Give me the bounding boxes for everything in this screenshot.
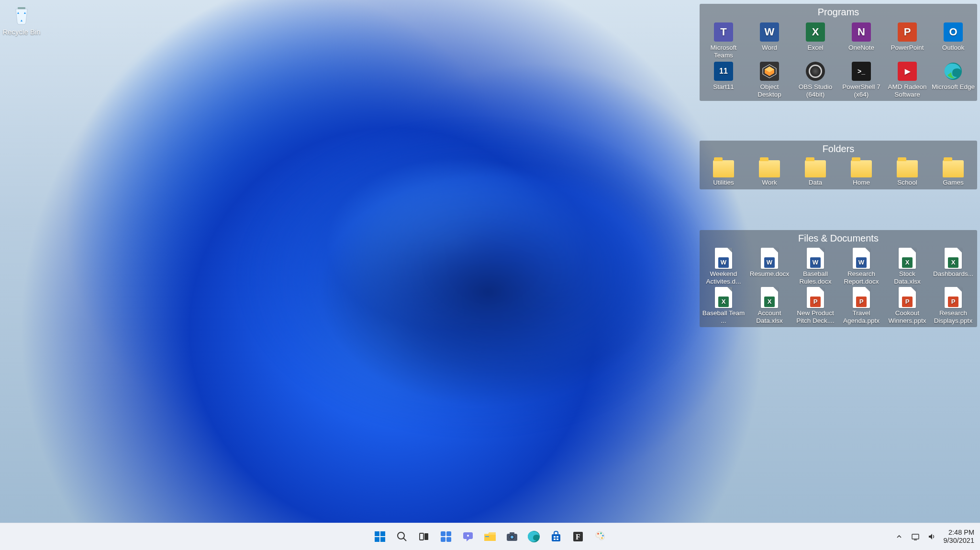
file-label: Cookout Winners.pptx (884, 309, 930, 324)
folder-utilities[interactable]: Utilities (701, 158, 746, 187)
taskbar-fences-button[interactable]: F (569, 528, 587, 545)
file-label: Research Displays.pptx (930, 309, 976, 324)
folder-home[interactable]: Home (838, 158, 884, 187)
file-item[interactable]: WWeekend Activites.d... (701, 248, 746, 285)
taskbar-chat-button[interactable] (459, 528, 477, 545)
svg-rect-31 (557, 539, 558, 540)
word-file-icon: W (807, 248, 824, 269)
onenote-icon: N (851, 22, 872, 43)
fence-files[interactable]: Files & Documents WWeekend Activites.d..… (700, 230, 977, 327)
taskbar: F 2:48 PM 9/30/2021 (0, 523, 980, 550)
volume-icon[interactable] (927, 532, 936, 541)
svg-point-35 (600, 532, 602, 534)
svg-rect-30 (554, 539, 556, 540)
recycle-bin-label: Recycle Bin (0, 28, 43, 36)
program-label: Microsoft Edge (930, 83, 976, 91)
program-obs[interactable]: OBS Studio (64bit) (792, 61, 838, 98)
svg-rect-13 (424, 533, 428, 540)
program-start11[interactable]: 11Start11 (701, 61, 746, 98)
program-powershell[interactable]: >_PowerShell 7 (x64) (838, 61, 884, 98)
program-excel[interactable]: XExcel (792, 22, 838, 59)
file-item[interactable]: XDashboards... (930, 248, 976, 285)
folder-icon (759, 160, 780, 177)
file-item[interactable]: WResume.docx (746, 248, 792, 285)
program-outlook[interactable]: OOutlook (930, 22, 976, 59)
program-onenote[interactable]: NOneNote (838, 22, 884, 59)
folder-icon (897, 160, 918, 177)
ppt-file-icon: P (945, 287, 962, 308)
file-item[interactable]: WBaseball Rules.docx (792, 248, 838, 285)
folder-school[interactable]: School (884, 158, 930, 187)
fence-files-title: Files & Documents (700, 230, 977, 248)
taskbar-search-button[interactable] (393, 528, 411, 545)
program-edge[interactable]: Microsoft Edge (930, 61, 976, 98)
file-item[interactable]: PCookout Winners.pptx (884, 287, 930, 324)
file-item[interactable]: PTravel Agenda.pptx (838, 287, 884, 324)
file-label: Baseball Team ... (701, 309, 746, 324)
excel-file-icon: X (715, 287, 732, 308)
svg-rect-16 (441, 537, 445, 542)
taskbar-task-view-button[interactable] (415, 528, 433, 545)
file-item[interactable]: XBaseball Team ... (701, 287, 746, 324)
file-item[interactable]: XStock Data.xlsx (884, 248, 930, 285)
taskbar-edge-button[interactable] (525, 528, 543, 545)
ppt-file-icon: P (853, 287, 870, 308)
folder-games[interactable]: Games (930, 158, 976, 187)
file-label: Stock Data.xlsx (884, 270, 930, 285)
tray-overflow-icon[interactable] (894, 532, 904, 541)
taskbar-clock[interactable]: 2:48 PM 9/30/2021 (943, 528, 974, 545)
store-icon (550, 530, 562, 543)
taskbar-store-button[interactable] (547, 528, 565, 545)
folder-label: School (884, 179, 930, 187)
program-label: AMD Radeon Software (884, 83, 930, 98)
program-label: Start11 (701, 83, 746, 91)
svg-rect-15 (446, 531, 451, 536)
folder-label: Games (930, 179, 976, 187)
svg-rect-23 (510, 532, 514, 535)
svg-line-11 (403, 538, 406, 541)
svg-rect-0 (18, 7, 25, 9)
folder-icon (943, 160, 964, 177)
taskbar-widgets-button[interactable] (437, 528, 455, 545)
program-objectdesktop[interactable]: Object Desktop (746, 61, 792, 98)
taskbar-file-explorer-button[interactable] (481, 528, 499, 545)
fence-programs[interactable]: Programs TMicrosoft TeamsWWordXExcelNOne… (700, 4, 977, 101)
folder-data[interactable]: Data (792, 158, 838, 187)
file-label: Account Data.xlsx (746, 309, 792, 324)
word-icon: W (759, 22, 780, 43)
fence-folders-title: Folders (700, 141, 977, 158)
file-label: Travel Agenda.pptx (838, 309, 884, 324)
svg-rect-28 (554, 536, 556, 538)
excel-file-icon: X (899, 248, 916, 269)
teams-icon: T (713, 22, 734, 43)
file-item[interactable]: PResearch Displays.pptx (930, 287, 976, 324)
taskbar-start-button[interactable] (371, 528, 389, 545)
file-label: New Product Pitch Deck.... (792, 309, 838, 324)
file-item[interactable]: WResearch Report.docx (838, 248, 884, 285)
fence-folders[interactable]: Folders UtilitiesWorkDataHomeSchoolGames (700, 141, 977, 189)
taskbar-paint-button[interactable] (591, 528, 609, 545)
powershell-icon: >_ (851, 61, 872, 82)
file-item[interactable]: XAccount Data.xlsx (746, 287, 792, 324)
network-icon[interactable] (911, 532, 920, 541)
file-item[interactable]: PNew Product Pitch Deck.... (792, 287, 838, 324)
program-teams[interactable]: TMicrosoft Teams (701, 22, 746, 59)
amd-icon: ▸ (897, 61, 918, 82)
svg-point-10 (398, 532, 404, 539)
start11-icon: 11 (713, 61, 734, 82)
svg-rect-29 (557, 536, 558, 538)
recycle-bin[interactable]: Recycle Bin (0, 3, 43, 36)
svg-point-25 (511, 536, 513, 539)
word-file-icon: W (853, 248, 870, 269)
folder-work[interactable]: Work (746, 158, 792, 187)
excel-file-icon: X (761, 287, 778, 308)
excel-file-icon: X (945, 248, 962, 269)
folder-label: Utilities (701, 179, 746, 187)
program-powerpoint[interactable]: PPowerPoint (884, 22, 930, 59)
program-amd[interactable]: ▸AMD Radeon Software (884, 61, 930, 98)
program-word[interactable]: WWord (746, 22, 792, 59)
svg-rect-21 (485, 536, 489, 537)
taskbar-camera-button[interactable] (503, 528, 521, 545)
word-file-icon: W (715, 248, 732, 269)
clock-date: 9/30/2021 (943, 537, 974, 545)
